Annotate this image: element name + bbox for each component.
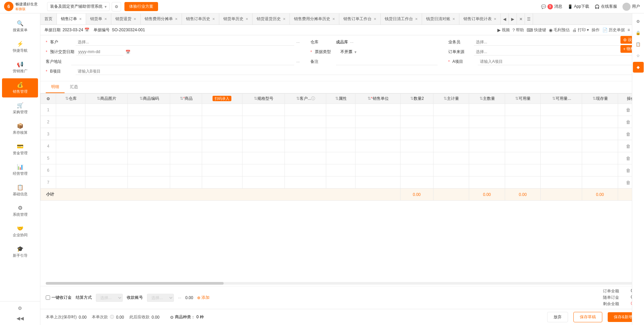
col-warehouse[interactable]: ⇅仓库 — [56, 94, 85, 104]
side-panel-clipboard-btn[interactable]: 📋 — [633, 39, 644, 50]
tab-fee-history[interactable]: 销售费用分摊单历史 ✕ — [290, 13, 339, 25]
system-selector[interactable]: 装备及固定资产辅助管理系统 ▾ — [47, 2, 110, 11]
sidebar-item-inventory[interactable]: 📦 库存核算 — [2, 119, 38, 138]
cell-available2[interactable] — [541, 104, 582, 116]
calendar-icon[interactable]: 📅 — [84, 28, 89, 32]
scroll-thumb[interactable] — [46, 282, 224, 285]
close-icon[interactable]: ✕ — [332, 17, 335, 21]
account-select[interactable]: 选择... — [147, 294, 174, 302]
sidebar-item-purchase[interactable]: 🛒 采购管理 — [2, 99, 38, 118]
col-settings[interactable]: ⚙ — [41, 94, 56, 104]
oneclick-checkbox-label[interactable]: 一键收订金 — [46, 295, 72, 300]
action-btn[interactable]: 操作 — [592, 27, 600, 33]
sidebar-item-finance[interactable]: 💳 资金管理 — [2, 140, 38, 159]
col-image[interactable]: ⇅商品图片 — [85, 94, 127, 104]
user-menu-btn[interactable]: 用户 — [622, 3, 640, 11]
chevron-down-icon[interactable]: ▾ — [354, 50, 356, 54]
delivery-date-input[interactable] — [76, 48, 123, 55]
close-icon[interactable]: ✕ — [494, 17, 496, 21]
cell-attr[interactable] — [326, 104, 355, 116]
sidebar-item-system[interactable]: ⚙ 系统管理 — [2, 201, 38, 220]
tab-sales-fee-split[interactable]: 销售费用分摊单 ✕ — [141, 13, 182, 25]
trial-button[interactable]: 体验行业方案 — [124, 2, 158, 11]
cell-current[interactable] — [582, 104, 618, 116]
cell-image[interactable] — [85, 104, 127, 116]
sidebar-item-search[interactable]: 🔍 搜索菜单 — [2, 17, 38, 36]
delete-row-btn[interactable]: 🗑 — [626, 180, 631, 185]
close-icon[interactable]: ✕ — [374, 17, 376, 21]
col-scan[interactable]: 扫码录入 — [202, 94, 242, 104]
cell-warehouse[interactable] — [56, 104, 85, 116]
app-download-btn[interactable]: 📱 App下载 — [568, 4, 589, 9]
customer-input[interactable] — [76, 39, 294, 46]
tab-menu-btn[interactable]: ☰ — [525, 13, 533, 25]
cell-spec[interactable] — [242, 104, 285, 116]
side-panel-lock-btn[interactable]: 🔒 — [633, 28, 644, 38]
sidebar-item-quick-nav[interactable]: ⚡ 快捷导航 — [2, 37, 38, 56]
col-qty2[interactable]: ⇅数量2 — [400, 94, 433, 104]
tab-sales-summary[interactable]: 销售订单统计表 ✕ — [459, 13, 501, 25]
tab-sales-return[interactable]: 销货退货 ✕ — [111, 13, 141, 25]
b-project-input[interactable] — [76, 68, 639, 75]
delete-row-btn[interactable]: 🗑 — [626, 131, 631, 137]
shortcut-btn[interactable]: ⌨ 快捷键 — [527, 27, 546, 33]
sidebar-item-cooperation[interactable]: 🤝 企业协同 — [2, 222, 38, 241]
view-video-btn[interactable]: ▶ 视频 — [497, 27, 510, 33]
calendar-icon[interactable]: 📅 — [125, 50, 130, 54]
layout-icon[interactable]: ≡ — [628, 28, 630, 32]
close-icon[interactable]: ✕ — [79, 17, 82, 21]
cell-main-unit[interactable] — [433, 104, 469, 116]
sidebar-collapse-btn[interactable]: ◀◀ — [15, 314, 25, 322]
address-more-btn[interactable]: ··· — [296, 59, 300, 64]
notification-btn[interactable]: 💬 9 消息 — [541, 4, 562, 9]
col-spec[interactable]: ⇅规格型号 — [242, 94, 285, 104]
close-icon[interactable]: ✕ — [104, 17, 107, 21]
sidebar-item-guide[interactable]: 🎓 新手引导 — [2, 242, 38, 261]
delete-row-btn[interactable]: 🗑 — [626, 107, 631, 113]
close-icon[interactable]: ✕ — [283, 17, 286, 21]
delete-row-btn[interactable]: 🗑 — [626, 156, 631, 161]
oneclick-checkbox[interactable] — [46, 295, 50, 300]
settings-icon[interactable]: ⚙ — [112, 2, 121, 11]
sidebar-settings-btn[interactable]: ⚙ — [16, 304, 24, 312]
tab-invoice-history[interactable]: 销货单历史 ✕ — [219, 13, 253, 25]
close-icon[interactable]: ✕ — [415, 17, 418, 21]
sidebar-item-marketing[interactable]: 📢 营销推广 — [2, 58, 38, 77]
delete-row-btn[interactable]: 🗑 — [626, 144, 631, 149]
add-btn[interactable]: ⊕ 添加 — [197, 295, 210, 300]
sidebar-item-operations[interactable]: 📊 经营管理 — [2, 160, 38, 179]
close-icon[interactable]: ✕ — [245, 17, 248, 21]
col-available2[interactable]: ⇅可用量... — [541, 94, 582, 104]
tab-detail[interactable]: 明细 — [46, 81, 65, 93]
cell-main-qty[interactable] — [469, 104, 505, 116]
tab-next-btn[interactable]: ▶ — [509, 13, 517, 25]
col-main-qty[interactable]: ⇅主数量 — [469, 94, 505, 104]
col-product[interactable]: ⇅*商品 — [170, 94, 202, 104]
tab-sales-order[interactable]: 销售订单 ✕ — [57, 13, 86, 25]
tab-order-workbench[interactable]: 销售订单工作台 ✕ — [339, 13, 381, 25]
order-source-input[interactable] — [474, 48, 639, 55]
remark-input[interactable] — [336, 58, 438, 65]
col-sales-unit[interactable]: ⇅*销售单位 — [355, 94, 400, 104]
scroll-bar[interactable] — [46, 282, 639, 285]
cell-customer-code[interactable] — [285, 104, 326, 116]
tab-return-history[interactable]: 销货退货历史 ✕ — [253, 13, 290, 25]
warehouse-more-btn[interactable]: ··· — [350, 40, 353, 45]
save-draft-button[interactable]: 保存草稿 — [573, 312, 602, 322]
tab-cash-reconcile[interactable]: 钱货日清对账 ✕ — [422, 13, 459, 25]
sidebar-item-basic-info[interactable]: 📋 基础信息 — [2, 181, 38, 200]
cell-sales-unit[interactable] — [355, 104, 400, 116]
side-panel-star-btn[interactable]: ☆ — [633, 50, 644, 61]
profit-btn[interactable]: ◉ 毛利预估 — [549, 27, 570, 33]
side-panel-orange-btn[interactable]: ◆ — [633, 62, 644, 73]
close-icon[interactable]: ✕ — [452, 17, 455, 21]
close-icon[interactable]: ✕ — [134, 17, 136, 21]
a-project-input[interactable] — [478, 58, 639, 65]
side-panel-settings-btn[interactable]: ⚙ — [633, 16, 644, 27]
payment-select[interactable]: 选择... — [96, 294, 123, 302]
col-current[interactable]: ⇅现存量 — [582, 94, 618, 104]
col-customer-code[interactable]: ⇅客户...ⓘ — [285, 94, 326, 104]
tab-sales-order-history[interactable]: 销售订单历史 ✕ — [182, 13, 219, 25]
col-code[interactable]: ⇅商品编码 — [128, 94, 170, 104]
col-attr[interactable]: ⇅属性 — [326, 94, 355, 104]
